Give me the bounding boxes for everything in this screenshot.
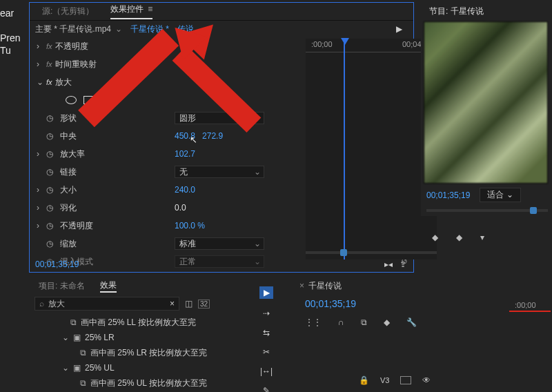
feather-value[interactable]: 0.0 (175, 203, 186, 213)
transition-icon[interactable]: ▸◂ (384, 259, 393, 269)
stopwatch-icon[interactable]: ◷ (46, 221, 56, 231)
size-value[interactable]: 240.0 (175, 185, 195, 195)
expand-icon[interactable]: › (37, 59, 46, 69)
center-x-value[interactable]: 450.8 272.9 (175, 131, 223, 141)
mark-in-icon[interactable]: ◆ (432, 233, 438, 242)
chevron-down-icon: ⌄ (254, 113, 261, 123)
close-icon[interactable]: × (299, 281, 304, 291)
app-brand-fragment: ear Pren Tu (0, 7, 28, 57)
snap-icon[interactable]: ⋮⋮ (305, 317, 322, 327)
stopwatch-icon[interactable]: ◷ (46, 185, 56, 195)
sequence-tab[interactable]: ×千星传说 (290, 277, 551, 294)
folder-icon: ▣ (73, 363, 81, 373)
fx-icon: fx (46, 78, 52, 86)
preset-icon: ⧉ (80, 378, 86, 388)
program-tab[interactable]: 节目: 千星传说 (421, 2, 551, 20)
magnification-value[interactable]: 102.7 (175, 149, 195, 159)
playhead[interactable] (344, 39, 345, 259)
preset-icon: ⧉ (80, 348, 86, 357)
selection-tool-icon[interactable]: ▶ (259, 286, 273, 299)
effects-search-input[interactable]: ⌕ 放大 × (34, 297, 179, 311)
ec-mini-timeline[interactable]: :00;00 00;04 (306, 39, 437, 259)
list-item[interactable]: ⌄▣25% UL (70, 360, 248, 375)
breadcrumb-master[interactable]: 主要 * 千星传说.mp4 (35, 23, 111, 35)
linked-selection-icon[interactable]: ⧉ (361, 317, 367, 327)
ec-timecode[interactable]: 00;01;35;19 (35, 259, 79, 269)
stopwatch-icon[interactable]: ◷ (46, 149, 56, 159)
stopwatch-icon[interactable]: ◷ (46, 203, 56, 213)
chevron-down-icon[interactable]: ⌄ (115, 24, 122, 34)
program-transport: ◆ ◆ ▾ (432, 233, 484, 242)
mask-ellipse-icon[interactable] (66, 96, 77, 104)
sequence-toolbar: ⋮⋮ ∩ ⧉ ◆ 🔧 (290, 313, 551, 331)
program-scrubber[interactable] (426, 209, 548, 212)
expand-icon[interactable]: › (37, 41, 46, 51)
tab-effect-controls[interactable]: 效果控件≡ (110, 3, 152, 19)
collapse-icon[interactable]: ⌄ (37, 77, 46, 87)
tab-source[interactable]: 源:（无剪辑） (42, 6, 94, 17)
tab-project[interactable]: 项目: 未命名 (39, 280, 85, 292)
blend-dropdown[interactable]: 正常⌄ (175, 255, 264, 268)
stopwatch-icon[interactable]: ◷ (46, 167, 56, 177)
link-dropdown[interactable]: 无⌄ (175, 166, 264, 178)
list-item[interactable]: ⧉画中画 25% LR 按比例放大至完 (70, 345, 248, 360)
breadcrumb-clip1[interactable]: 千星传说 * (130, 23, 169, 35)
stopwatch-icon[interactable]: ◷ (46, 113, 56, 123)
mask-pen-icon[interactable]: ✎ (101, 96, 112, 104)
program-timecode[interactable]: 00;01;35;19 (426, 190, 470, 200)
scale-dropdown[interactable]: 标准⌄ (175, 237, 264, 250)
effect-controls-panel: 源:（无剪辑） 效果控件≡ 主要 * 千星传说.mp4 ⌄ 千星传说 * 传说…… (29, 2, 414, 273)
track-label: V3 (380, 376, 389, 384)
effects-results: ⧉画中画 25% LL 按比例放大至完 ⌄▣25% LR ⧉画中画 25% LR… (29, 313, 248, 391)
project-effects-panel: 项目: 未命名 效果 ⌕ 放大 × ◫ 32 ⧉画中画 25% LL 按比例放大… (29, 277, 248, 391)
timeline-ruler[interactable]: :00;00 00;04 (306, 39, 437, 52)
collapse-icon[interactable]: ⌄ (62, 333, 69, 342)
sequence-ruler[interactable]: :00;00 (509, 298, 551, 312)
pen-tool-icon[interactable]: ✎ (259, 386, 273, 392)
preset-icon: ⧉ (70, 317, 77, 327)
hamburger-icon[interactable]: ≡ (148, 4, 152, 14)
add-marker-icon[interactable]: ▾ (480, 233, 484, 242)
program-preview[interactable] (424, 21, 548, 184)
expand-icon[interactable]: › (37, 203, 46, 213)
32-icon[interactable]: 32 (198, 300, 210, 308)
track-header-v3[interactable]: 🔒 V3 👁 (359, 375, 431, 385)
breadcrumb-clip2[interactable]: 传说… (177, 23, 202, 35)
magnet-icon[interactable]: ∩ (338, 317, 344, 327)
ec-footer-icons: ▸◂ ⇪ (384, 259, 406, 269)
clear-icon[interactable]: × (170, 299, 175, 308)
settings-icon[interactable]: 🔧 (406, 317, 417, 327)
zoom-fit-dropdown[interactable]: 适合 ⌄ (480, 188, 520, 202)
stopwatch-icon[interactable]: ◷ (46, 239, 56, 248)
list-item[interactable]: ⧉画中画 25% UL 按比例放大至完 (70, 375, 248, 391)
stopwatch-icon[interactable]: ◷ (46, 131, 56, 141)
collapse-icon[interactable]: ⌄ (62, 363, 69, 373)
tab-effects[interactable]: 效果 (100, 280, 117, 293)
ec-scrubber[interactable] (306, 251, 437, 254)
mark-out-icon[interactable]: ◆ (456, 233, 462, 242)
eye-icon[interactable]: 👁 (422, 375, 431, 385)
shape-dropdown[interactable]: 圆形⌄ (175, 112, 264, 124)
list-item[interactable]: ⌄▣25% LR (70, 330, 248, 345)
play-icon[interactable]: ▶ (396, 24, 402, 34)
mask-rect-icon[interactable] (83, 96, 95, 104)
mouse-cursor-icon: ↖ (190, 135, 197, 145)
razor-tool-icon[interactable]: ✂ (259, 347, 273, 357)
search-icon: ⌕ (39, 299, 44, 308)
yuv-icon[interactable]: ◫ (185, 299, 193, 308)
track-select-icon[interactable]: ⇢ (259, 308, 273, 318)
folder-icon: ▣ (73, 333, 81, 342)
lp-tabs: 项目: 未命名 效果 (29, 277, 248, 294)
ripple-edit-icon[interactable]: ⇆ (259, 328, 273, 337)
opacity-value[interactable]: 100.0 % (175, 221, 205, 231)
expand-icon[interactable]: › (37, 185, 46, 195)
export-icon[interactable]: ⇪ (400, 259, 406, 269)
track-output-icon[interactable] (400, 376, 411, 384)
marker-icon[interactable]: ◆ (384, 317, 390, 327)
expand-icon[interactable]: › (37, 149, 46, 159)
lock-icon[interactable]: 🔒 (359, 375, 369, 385)
expand-icon[interactable]: › (37, 221, 46, 231)
list-item[interactable]: ⧉画中画 25% LL 按比例放大至完 (70, 315, 248, 330)
slip-tool-icon[interactable]: |↔| (259, 366, 273, 376)
chevron-down-icon: ⌄ (254, 167, 261, 177)
